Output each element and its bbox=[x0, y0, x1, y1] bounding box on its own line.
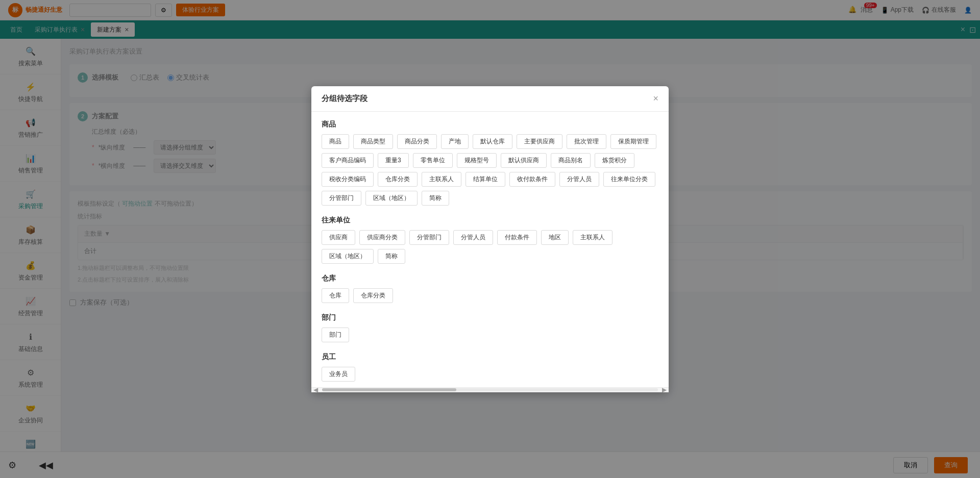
field-tag-customer-code[interactable]: 客户商品编码 bbox=[322, 153, 374, 168]
field-tag-goods-type[interactable]: 商品类型 bbox=[353, 134, 393, 149]
field-tag-main-supplier[interactable]: 主要供应商 bbox=[517, 134, 562, 149]
section-dept-tags: 部门 bbox=[322, 328, 658, 342]
section-employee-title: 员工 bbox=[322, 353, 658, 362]
scroll-right-arrow[interactable]: ▶ bbox=[660, 386, 669, 393]
field-tag-batch-manage[interactable]: 批次管理 bbox=[567, 134, 606, 149]
field-tag-goods-category[interactable]: 商品分类 bbox=[397, 134, 437, 149]
section-goods-tags: 商品 商品类型 商品分类 产地 默认仓库 主要供应商 批次管理 保质期管理 客户… bbox=[322, 134, 658, 206]
section-department: 部门 部门 bbox=[322, 313, 658, 342]
field-tag-partner-category[interactable]: 往来单位分类 bbox=[603, 172, 655, 187]
field-tag-payment-cond[interactable]: 付款条件 bbox=[497, 230, 537, 245]
field-tag-department[interactable]: 部门 bbox=[322, 328, 349, 342]
field-tag-main-contact[interactable]: 主联系人 bbox=[422, 172, 461, 187]
field-tag-spec-model[interactable]: 规格型号 bbox=[457, 153, 497, 168]
field-tag-partner-region[interactable]: 区域（地区） bbox=[322, 249, 374, 264]
field-tag-partner-short[interactable]: 简称 bbox=[378, 249, 405, 264]
section-warehouse-tags: 仓库 仓库分类 bbox=[322, 288, 658, 303]
modal-body[interactable]: 商品 商品 商品类型 商品分类 产地 默认仓库 主要供应商 批次管理 保质期管理… bbox=[311, 112, 669, 387]
section-goods: 商品 商品 商品类型 商品分类 产地 默认仓库 主要供应商 批次管理 保质期管理… bbox=[322, 120, 658, 206]
field-tag-payment-terms[interactable]: 收付款条件 bbox=[509, 172, 555, 187]
modal-title: 分组待选字段 bbox=[322, 94, 368, 104]
scroll-track bbox=[322, 388, 658, 391]
scroll-left-arrow[interactable]: ◀ bbox=[311, 386, 320, 393]
section-goods-title: 商品 bbox=[322, 120, 658, 129]
section-warehouse-title: 仓库 bbox=[322, 274, 658, 283]
field-tag-retail-unit[interactable]: 零售单位 bbox=[413, 153, 453, 168]
field-tag-weight3[interactable]: 重量3 bbox=[378, 153, 409, 168]
modal-overlay: 分组待选字段 × 商品 商品 商品类型 商品分类 产地 默认仓库 主要供应商 批… bbox=[0, 0, 980, 478]
field-tag-supervisor[interactable]: 分管人员 bbox=[559, 172, 599, 187]
field-tag-tax-code[interactable]: 税收分类编码 bbox=[322, 172, 374, 187]
field-tag-settlement-unit[interactable]: 结算单位 bbox=[465, 172, 505, 187]
section-dept-title: 部门 bbox=[322, 313, 658, 322]
field-tag-dept[interactable]: 分管部门 bbox=[322, 191, 361, 206]
field-tag-wh-category[interactable]: 仓库分类 bbox=[353, 288, 393, 303]
field-tag-region[interactable]: 区域（地区） bbox=[365, 191, 418, 206]
field-tag-supplier-category[interactable]: 供应商分类 bbox=[359, 230, 405, 245]
field-tag-expiry[interactable]: 保质期管理 bbox=[610, 134, 656, 149]
section-warehouse: 仓库 仓库 仓库分类 bbox=[322, 274, 658, 303]
section-employee: 员工 业务员 bbox=[322, 353, 658, 382]
scroll-thumb bbox=[322, 388, 456, 391]
field-tag-refine-points[interactable]: 炼货积分 bbox=[595, 153, 634, 168]
field-tag-area[interactable]: 地区 bbox=[541, 230, 569, 245]
field-tag-warehouse-category[interactable]: 仓库分类 bbox=[378, 172, 418, 187]
field-tag-partner-supervisor[interactable]: 分管人员 bbox=[453, 230, 493, 245]
section-partner: 往来单位 供应商 供应商分类 分管部门 分管人员 付款条件 地区 主联系人 区域… bbox=[322, 216, 658, 264]
field-select-modal: 分组待选字段 × 商品 商品 商品类型 商品分类 产地 默认仓库 主要供应商 批… bbox=[311, 86, 669, 392]
field-tag-partner-dept[interactable]: 分管部门 bbox=[409, 230, 449, 245]
field-tag-default-warehouse[interactable]: 默认仓库 bbox=[473, 134, 512, 149]
field-tag-partner-contact[interactable]: 主联系人 bbox=[573, 230, 612, 245]
modal-header: 分组待选字段 × bbox=[311, 86, 669, 112]
field-tag-default-supplier[interactable]: 默认供应商 bbox=[501, 153, 547, 168]
field-tag-salesperson[interactable]: 业务员 bbox=[322, 367, 355, 382]
section-employee-tags: 业务员 bbox=[322, 367, 658, 382]
section-partner-tags: 供应商 供应商分类 分管部门 分管人员 付款条件 地区 主联系人 区域（地区） … bbox=[322, 230, 658, 264]
field-tag-origin[interactable]: 产地 bbox=[441, 134, 469, 149]
field-tag-goods[interactable]: 商品 bbox=[322, 134, 349, 149]
section-partner-title: 往来单位 bbox=[322, 216, 658, 225]
modal-close-btn[interactable]: × bbox=[653, 93, 658, 104]
modal-scroll-bottom: ◀ ▶ bbox=[311, 387, 669, 392]
field-tag-goods-alias[interactable]: 商品别名 bbox=[551, 153, 591, 168]
field-tag-supplier[interactable]: 供应商 bbox=[322, 230, 355, 245]
field-tag-short-name[interactable]: 简称 bbox=[422, 191, 449, 206]
field-tag-warehouse[interactable]: 仓库 bbox=[322, 288, 349, 303]
